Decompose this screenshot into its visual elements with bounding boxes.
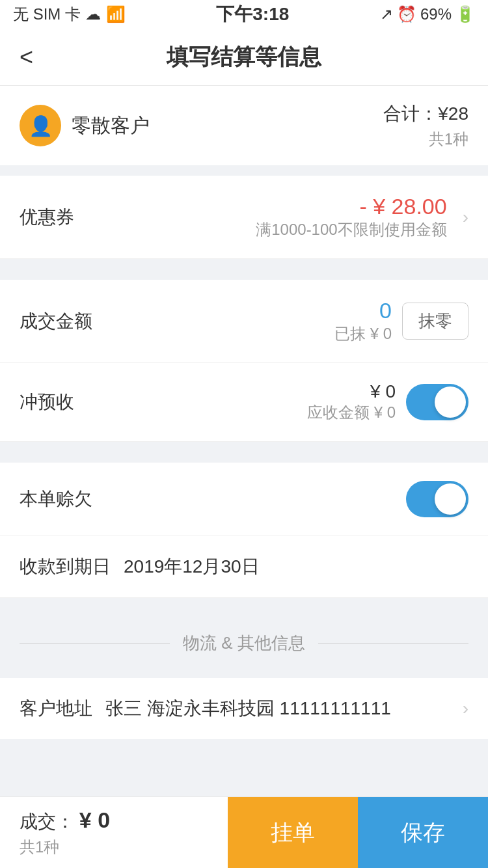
coupon-section: 优惠券 - ¥ 28.00 满1000-100不限制使用金额 › xyxy=(0,176,488,259)
address-value: 张三 海淀永丰科技园 11111111111 xyxy=(105,696,457,721)
back-button[interactable]: < xyxy=(20,44,33,71)
customer-total: 合计：¥28 共1种 xyxy=(383,102,468,150)
address-chevron-icon: › xyxy=(463,698,468,719)
credit-toggle[interactable] xyxy=(406,481,468,517)
save-button[interactable]: 保存 xyxy=(358,797,488,869)
logistics-divider: 物流 & 其他信息 xyxy=(0,619,488,668)
prepayment-right: ¥ 0 应收金额 ¥ 0 xyxy=(307,381,468,423)
total-amount: 合计：¥28 xyxy=(383,102,468,126)
toggle-knob xyxy=(435,387,466,418)
due-date-row: 收款到期日 2019年12月30日 xyxy=(0,536,488,598)
credit-row: 本单赊欠 xyxy=(0,463,488,536)
transaction-label: 成交金额 xyxy=(20,309,92,334)
bottom-info: 成交： ¥ 0 共1种 xyxy=(0,807,228,858)
customer-avatar: 👤 xyxy=(20,105,61,146)
avatar-icon: 👤 xyxy=(29,115,53,137)
transaction-value: 0 xyxy=(334,298,392,323)
credit-toggle-knob xyxy=(435,483,466,515)
coupon-right: - ¥ 28.00 满1000-100不限制使用金额 › xyxy=(256,194,468,240)
credit-right xyxy=(406,481,468,517)
location-icon: ↗ xyxy=(380,5,393,23)
item-count: 共1种 xyxy=(383,129,468,150)
transaction-sub: 已抹 ¥ 0 xyxy=(334,323,392,344)
prepayment-row: 冲预收 ¥ 0 应收金额 ¥ 0 xyxy=(0,363,488,442)
coupon-row[interactable]: 优惠券 - ¥ 28.00 满1000-100不限制使用金额 › xyxy=(0,176,488,259)
content-area: 👤 零散客户 合计：¥28 共1种 优惠券 - ¥ 28.00 满1000-10… xyxy=(0,86,488,828)
wifi-icon: 📶 xyxy=(106,5,126,23)
spacer-1 xyxy=(0,269,488,280)
address-label: 客户地址 xyxy=(20,696,92,721)
transaction-value-col: 0 已抹 ¥ 0 xyxy=(334,298,392,344)
status-bar-left: 无 SIM 卡 ☁ 📶 xyxy=(13,4,126,25)
address-section: 客户地址 张三 海淀永丰科技园 11111111111 › xyxy=(0,678,488,739)
prepayment-toggle[interactable] xyxy=(406,384,468,420)
status-bar: 无 SIM 卡 ☁ 📶 下午3:18 ↗ ⏰ 69% 🔋 xyxy=(0,0,488,29)
bottom-bar: 成交： ¥ 0 共1种 挂单 保存 xyxy=(0,796,488,868)
address-row[interactable]: 客户地址 张三 海淀永丰科技园 11111111111 › xyxy=(0,678,488,739)
bottom-title: 成交： xyxy=(20,811,74,832)
coupon-value-col: - ¥ 28.00 满1000-100不限制使用金额 xyxy=(256,194,446,240)
transaction-amount-row: 成交金额 0 已抹 ¥ 0 抹零 xyxy=(0,280,488,363)
alarm-icon: ⏰ xyxy=(397,5,416,23)
round-zero-button[interactable]: 抹零 xyxy=(402,303,468,340)
logistics-label: 物流 & 其他信息 xyxy=(183,632,305,655)
transaction-right: 0 已抹 ¥ 0 抹零 xyxy=(334,298,468,344)
coupon-label: 优惠券 xyxy=(20,205,74,230)
battery-level: 69% xyxy=(420,5,452,23)
bottom-count: 共1种 xyxy=(20,837,208,858)
hang-order-button[interactable]: 挂单 xyxy=(228,797,358,869)
spacer-4 xyxy=(0,668,488,678)
divider-line-left xyxy=(20,643,170,644)
bottom-amount: ¥ 0 xyxy=(79,807,110,832)
customer-info: 👤 零散客户 xyxy=(20,105,150,146)
divider-line-right xyxy=(318,643,468,644)
status-bar-time: 下午3:18 xyxy=(216,2,289,27)
coupon-sub: 满1000-100不限制使用金额 xyxy=(256,219,446,240)
credit-section: 本单赊欠 收款到期日 2019年12月30日 xyxy=(0,463,488,598)
chevron-right-icon: › xyxy=(463,207,468,228)
prepayment-value: ¥ 0 xyxy=(307,381,396,402)
customer-name: 零散客户 xyxy=(72,113,150,139)
status-bar-right: ↗ ⏰ 69% 🔋 xyxy=(380,5,475,23)
prepayment-value-col: ¥ 0 应收金额 ¥ 0 xyxy=(307,381,396,423)
customer-row: 👤 零散客户 合计：¥28 共1种 xyxy=(0,86,488,165)
spacer-3 xyxy=(0,608,488,619)
bottom-transaction-row: 成交： ¥ 0 xyxy=(20,807,208,834)
divider-inner: 物流 & 其他信息 xyxy=(20,632,468,655)
credit-label: 本单赊欠 xyxy=(20,487,92,511)
page-title: 填写结算等信息 xyxy=(167,42,321,72)
sim-status: 无 SIM 卡 ☁ xyxy=(13,4,101,25)
prepayment-label: 冲预收 xyxy=(20,390,74,414)
coupon-value: - ¥ 28.00 xyxy=(256,194,446,219)
nav-bar: < 填写结算等信息 xyxy=(0,29,488,86)
due-date-label: 收款到期日 xyxy=(20,554,111,579)
spacer-2 xyxy=(0,452,488,463)
transaction-section: 成交金额 0 已抹 ¥ 0 抹零 冲预收 ¥ 0 应收金额 ¥ 0 xyxy=(0,280,488,442)
due-date-value: 2019年12月30日 xyxy=(124,554,260,579)
battery-icon: 🔋 xyxy=(455,5,475,23)
prepayment-sub: 应收金额 ¥ 0 xyxy=(307,402,396,423)
